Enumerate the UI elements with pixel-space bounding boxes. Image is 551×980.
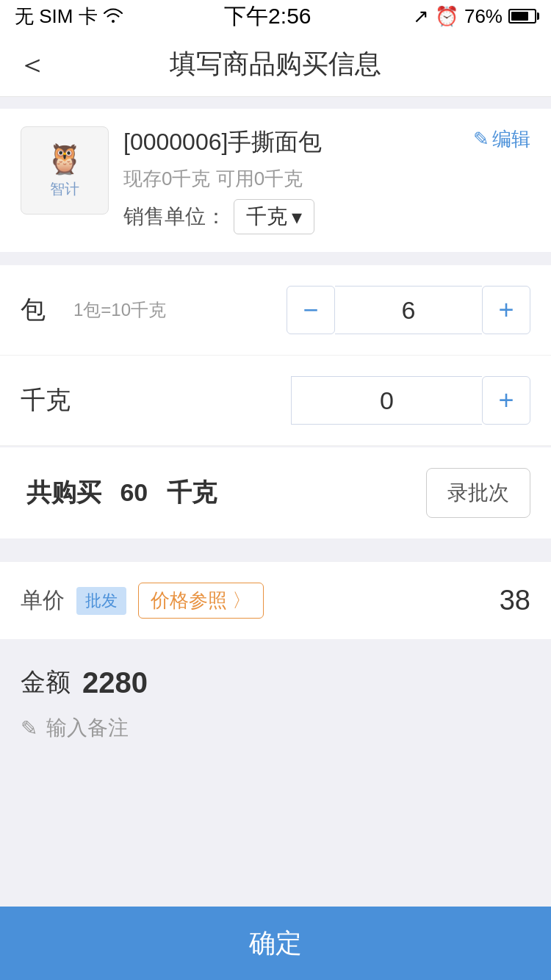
dropdown-arrow: ▾ <box>292 205 302 229</box>
remark-row[interactable]: ✎ 输入备注 <box>21 714 530 754</box>
kg-label: 千克 <box>21 383 71 417</box>
kg-input[interactable]: 0 <box>291 376 482 425</box>
bao-controls: − 6 + <box>287 286 530 334</box>
status-right: ↗ ⏰ 76% <box>413 5 536 28</box>
product-unit-row: 销售单位： 千克 ▾ <box>123 199 530 234</box>
unit-label: 销售单位： <box>123 203 226 231</box>
bao-decrement-button[interactable]: − <box>287 286 335 334</box>
edit-icon: ✎ <box>473 128 489 151</box>
bao-row: 包 1包=10千克 − 6 + <box>0 265 551 356</box>
product-name: [0000006]手撕面包 <box>123 126 530 159</box>
edit-label: 编辑 <box>492 126 530 152</box>
subtotal-unit: 千克 <box>167 478 217 506</box>
amount-value: 2280 <box>82 666 148 699</box>
battery-icon <box>508 9 536 24</box>
bao-value: 6 <box>402 296 416 325</box>
carrier-text: 无 SIM 卡 <box>15 4 98 29</box>
kg-controls: 0 + <box>291 376 530 425</box>
back-button[interactable]: ＜ <box>18 44 47 84</box>
pencil-icon: ✎ <box>21 716 37 741</box>
batch-button[interactable]: 录批次 <box>426 468 530 518</box>
location-icon: ↗ <box>413 5 429 28</box>
status-bar: 无 SIM 卡 下午2:56 ↗ ⏰ 76% <box>0 0 551 32</box>
wifi-icon <box>104 5 123 28</box>
amount-section: 金额 2280 ✎ 输入备注 <box>0 639 551 754</box>
price-label: 单价 <box>21 586 65 616</box>
batch-tag: 批发 <box>76 587 126 615</box>
kg-increment-button[interactable]: + <box>482 376 530 425</box>
price-value: 38 <box>500 585 530 616</box>
bao-hint: 1包=10千克 <box>73 298 287 322</box>
quantity-section: 包 1包=10千克 − 6 + 千克 0 + <box>0 265 551 446</box>
product-stock: 现存0千克 可用0千克 <box>123 166 530 192</box>
kg-row: 千克 0 + <box>0 356 551 446</box>
product-thumbnail: 🦉 智计 <box>21 126 109 215</box>
amount-row: 金额 2280 <box>21 660 530 699</box>
edit-button[interactable]: ✎ 编辑 <box>473 126 530 152</box>
product-section: 🦉 智计 [0000006]手撕面包 现存0千克 可用0千克 销售单位： 千克 … <box>0 109 551 252</box>
product-logo-icon: 🦉 <box>46 142 83 176</box>
batch-label: 录批次 <box>447 481 509 504</box>
remark-placeholder: 输入备注 <box>46 714 129 742</box>
product-info: [0000006]手撕面包 现存0千克 可用0千克 销售单位： 千克 ▾ <box>123 126 530 234</box>
bao-increment-button[interactable]: + <box>482 286 530 334</box>
confirm-label: 确定 <box>249 926 302 962</box>
amount-label: 金额 <box>21 666 71 699</box>
unit-dropdown[interactable]: 千克 ▾ <box>234 199 314 234</box>
unit-value: 千克 <box>246 203 287 231</box>
bao-input[interactable]: 6 <box>335 286 482 334</box>
status-left: 无 SIM 卡 <box>15 4 123 29</box>
separator-1 <box>0 252 551 264</box>
price-ref-label: 价格参照 〉 <box>151 588 251 613</box>
kg-value: 0 <box>380 386 394 415</box>
battery-text: 76% <box>464 5 503 28</box>
bao-label: 包 <box>21 293 65 327</box>
confirm-button[interactable]: 确定 <box>0 907 551 980</box>
price-section: 单价 批发 价格参照 〉 38 <box>0 562 551 639</box>
separator-2 <box>0 538 551 550</box>
product-logo-label: 智计 <box>50 179 79 199</box>
subtotal-text: 共购买 60 千克 <box>21 476 223 510</box>
subtotal-prefix: 共购买 <box>26 478 101 506</box>
nav-bar: ＜ 填写商品购买信息 <box>0 32 551 97</box>
price-ref-button[interactable]: 价格参照 〉 <box>138 583 264 619</box>
subtotal-amount: 60 <box>120 478 148 506</box>
subtotal-section: 共购买 60 千克 录批次 <box>0 447 551 538</box>
status-time: 下午2:56 <box>224 1 311 32</box>
bottom-area: 确定 <box>0 907 551 980</box>
page-title: 填写商品购买信息 <box>170 46 381 82</box>
alarm-icon: ⏰ <box>435 5 458 28</box>
